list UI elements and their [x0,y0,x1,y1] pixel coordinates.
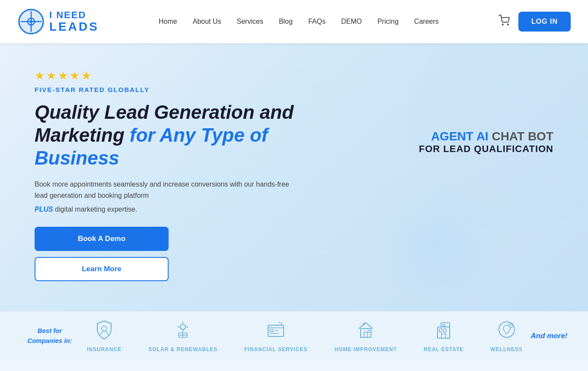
home-improvement-icon [355,319,376,344]
and-more-label: And more! [527,332,571,340]
hero-content-left: ★★★★★ FIVE-STAR RATED GLOBALLY Quality L… [35,69,294,281]
svg-point-8 [102,326,107,331]
svg-rect-27 [439,329,442,332]
cart-icon[interactable] [499,15,510,29]
home-label: HOME IMPROVEMENT [334,346,397,352]
hero-title: Quality Lead Generation and Marketing fo… [35,101,294,169]
wellness-icon [496,319,517,344]
learn-more-button[interactable]: Learn More [35,257,169,281]
finance-icon [265,319,286,344]
five-star-label: FIVE-STAR RATED GLOBALLY [35,86,294,93]
nav-faqs[interactable]: FAQs [308,18,326,25]
bg-circle-2 [372,181,502,311]
agent-ai-box: AGENT AI CHAT BOT FOR LEAD QUALIFICATION [419,130,553,155]
industry-real-estate: REAL ESTATE [424,319,463,352]
logo-icon [17,8,45,35]
logo-i-need: I NEED [49,10,99,20]
svg-rect-22 [364,332,368,337]
nav-demo[interactable]: DEMO [341,18,362,25]
industry-wellness: WELLNESS [490,319,523,352]
agent-ai-label: AGENT AI [431,130,489,143]
hero-desc-text1: Book more appointments seamlessly and in… [35,181,289,199]
solar-label: SOLAR & RENEWABLES [148,346,217,352]
wellness-label: WELLNESS [490,346,523,352]
nav-pricing[interactable]: Pricing [377,18,399,25]
nav-links: Home About Us Services Blog FAQs DEMO Pr… [159,18,439,25]
login-button[interactable]: LOG IN [518,12,571,32]
best-for-label: Best for Companies in: [17,326,82,346]
book-demo-button[interactable]: Book A Demo [35,227,169,251]
hero-plus-label: PLUS [35,206,53,213]
hero-section: ★★★★★ FIVE-STAR RATED GLOBALLY Quality L… [0,43,588,311]
svg-rect-21 [361,329,371,337]
industry-home: HOME IMPROVEMENT [334,319,397,352]
real-estate-icon [433,319,454,344]
logo-leads: LEADS [49,20,99,34]
svg-point-7 [507,24,508,25]
nav-about[interactable]: About Us [193,18,221,25]
agent-ai-line2: FOR LEAD QUALIFICATION [419,143,553,155]
nav-services[interactable]: Services [237,18,263,25]
logo[interactable]: I NEED LEADS [17,8,99,35]
nav-blog[interactable]: Blog [279,18,293,25]
industry-finance: FINANCIAL SERVICES [244,319,307,352]
chat-bot-label: CHAT BOT [489,130,553,143]
nav-right: LOG IN [499,12,571,32]
nav-careers[interactable]: Careers [414,18,439,25]
nav-home[interactable]: Home [159,18,177,25]
logo-text: I NEED LEADS [49,10,99,34]
insurance-icon [94,319,115,344]
best-for-line2: Companies in: [17,336,82,346]
svg-rect-28 [444,329,446,332]
star-rating: ★★★★★ [35,69,294,82]
industry-solar: SOLAR & RENEWABLES [148,319,217,352]
industry-items: INSURANCE SOLAR & RENEWABLES [82,319,527,352]
best-for-strip: Best for Companies in: INSURANCE [0,311,588,360]
hero-desc-plus: PLUS digital marketing expertise. [35,204,294,215]
hero-description: Book more appointments seamlessly and in… [35,179,294,201]
svg-rect-29 [441,334,446,338]
svg-point-5 [30,20,32,23]
industry-insurance: INSURANCE [87,319,121,352]
svg-rect-31 [443,324,445,327]
best-for-line1: Best for [17,326,82,336]
svg-rect-18 [270,330,273,332]
real-estate-label: REAL ESTATE [424,346,463,352]
insurance-label: INSURANCE [87,346,121,352]
hero-desc-text2: digital marketing expertise. [53,206,137,213]
finance-label: FINANCIAL SERVICES [244,346,307,352]
navbar: I NEED LEADS Home About Us Services Blog… [0,0,588,43]
svg-rect-17 [268,325,284,336]
svg-point-9 [180,324,185,330]
agent-ai-line1: AGENT AI CHAT BOT [419,130,553,143]
solar-icon [173,319,193,344]
agent-ai-badge: AGENT AI CHAT BOT FOR LEAD QUALIFICATION [419,130,553,155]
svg-point-6 [502,24,503,25]
